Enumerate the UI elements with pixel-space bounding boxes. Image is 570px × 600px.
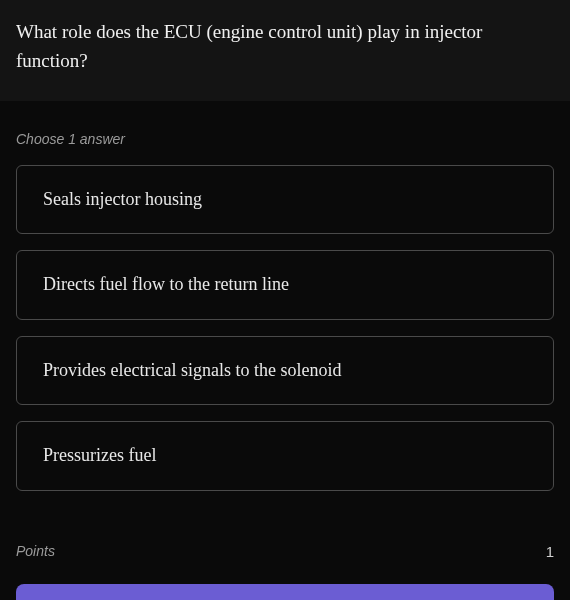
answer-text: Pressurizes fuel (43, 444, 527, 467)
instruction-label: Choose 1 answer (16, 101, 554, 165)
content-area: Choose 1 answer Seals injector housing D… (0, 101, 570, 600)
question-text: What role does the ECU (engine control u… (16, 18, 554, 75)
points-label: Points (16, 543, 55, 559)
answer-option-1[interactable]: Directs fuel flow to the return line (16, 250, 554, 319)
answer-text: Seals injector housing (43, 188, 527, 211)
question-header: What role does the ECU (engine control u… (0, 0, 570, 101)
info-box: Every correct answer will be scored. Get… (16, 584, 554, 600)
answer-option-3[interactable]: Pressurizes fuel (16, 421, 554, 490)
points-row: Points 1 (16, 507, 554, 584)
answer-text: Directs fuel flow to the return line (43, 273, 527, 296)
answer-option-2[interactable]: Provides electrical signals to the solen… (16, 336, 554, 405)
answer-text: Provides electrical signals to the solen… (43, 359, 527, 382)
points-value: 1 (546, 543, 554, 560)
answer-option-0[interactable]: Seals injector housing (16, 165, 554, 234)
